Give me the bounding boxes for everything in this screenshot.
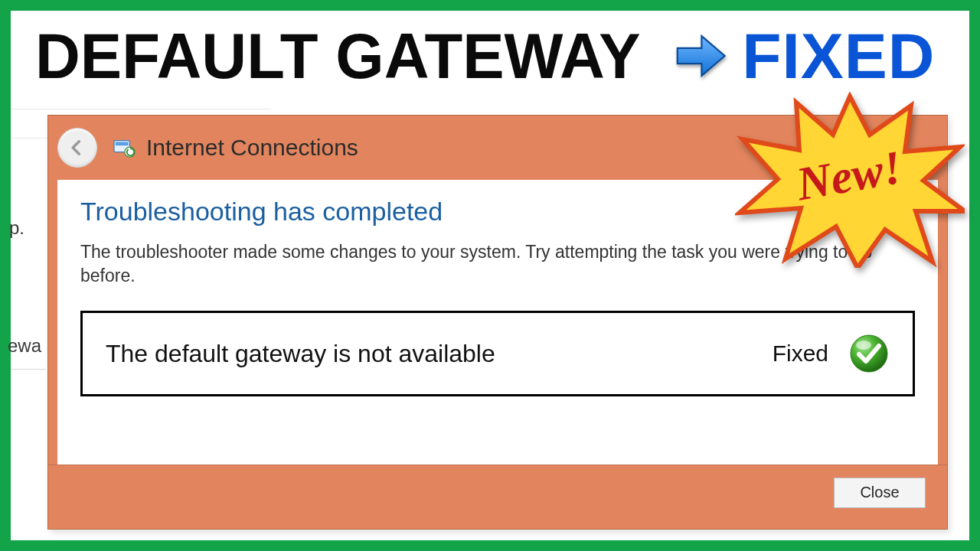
svg-rect-1 — [116, 142, 129, 146]
banner-text-right: FIXED — [742, 19, 935, 93]
dialog-title: Internet Connections — [146, 135, 358, 161]
issue-status: Fixed — [773, 341, 828, 367]
troubleshoot-description: The troubleshooter made some changes to … — [80, 240, 892, 288]
result-row: The default gateway is not available Fix… — [80, 311, 915, 396]
dialog-body: Troubleshooting has completed The troubl… — [57, 180, 938, 465]
arrow-right-icon — [673, 28, 728, 83]
headline-banner: DEFAULT GATEWAY FIXED — [35, 14, 954, 98]
background-divider — [11, 109, 271, 109]
svg-point-4 — [856, 341, 871, 350]
troubleshoot-headline: Troubleshooting has completed — [80, 197, 915, 227]
banner-text-left: DEFAULT GATEWAY — [35, 19, 641, 93]
issue-label: The default gateway is not available — [106, 340, 773, 368]
close-button[interactable]: Close — [834, 478, 926, 508]
background-divider — [11, 369, 46, 370]
back-button[interactable] — [57, 128, 97, 168]
thumbnail-frame: p. ewa DEFAULT GATEWAY FIXED — [0, 0, 980, 551]
dialog-header: Internet Connections — [48, 116, 947, 180]
svg-point-3 — [851, 335, 887, 372]
troubleshooter-dialog: Internet Connections Troubleshooting has… — [47, 115, 948, 530]
troubleshooter-icon — [111, 135, 137, 161]
dialog-footer: Close — [48, 465, 947, 520]
background-text-fragment: ewa — [8, 335, 41, 357]
checkmark-icon — [848, 333, 890, 374]
background-text-fragment: p. — [9, 217, 24, 239]
